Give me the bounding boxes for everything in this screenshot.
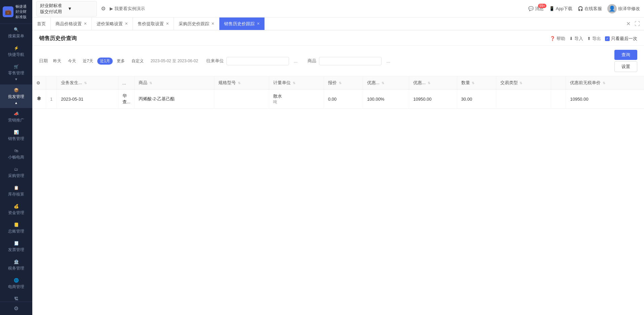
globe-icon: 🌐 (14, 278, 19, 283)
sort-icon: ⇅ (382, 81, 384, 85)
sidebar-item-wholesale[interactable]: 📦 批发管理 ▲ (0, 84, 32, 108)
col-bizdate-header[interactable]: 业务发生... ⇅ (57, 76, 118, 90)
export-icon: ⬆ (587, 36, 591, 41)
source-dots-button[interactable]: ... (292, 58, 300, 64)
message-button[interactable]: 💬 消息 99+ (528, 6, 544, 12)
source-input[interactable] (226, 57, 289, 65)
user-menu[interactable]: 👤 徐泽华修改 (607, 4, 640, 13)
tab-purchase-strategy-label: 进价策略设置 (97, 21, 123, 27)
tab-purchase-history[interactable]: 采购历史价跟踪 ✕ (174, 18, 219, 30)
row-spec-cell (214, 90, 269, 109)
chart-icon: 📊 (14, 130, 19, 135)
close-icon[interactable]: ✕ (84, 22, 87, 26)
sidebar-item-marketing[interactable]: 📣 营销推广 (0, 108, 32, 127)
col-price-header[interactable]: 报价 ⇅ (324, 76, 363, 90)
col-goods-header[interactable]: 商品 ⇅ (135, 76, 214, 90)
date-option-last7[interactable]: 近7天 (80, 58, 96, 65)
col-settings-header[interactable]: ⚙ (32, 76, 46, 90)
workspace-selector[interactable]: 好业财标准版交付试用 ▼ (36, 1, 97, 16)
sidebar-item-ecommsmall[interactable]: 🛍 小畅电商 (0, 145, 32, 164)
col-tradetype-header[interactable]: 交易类型 ⇅ (496, 76, 551, 90)
online-service-button[interactable]: 🎧 在线客服 (578, 6, 602, 12)
data-table: ⚙ 业务发生... ⇅ ... 商品 ⇅ (32, 76, 644, 109)
col-unit-header[interactable]: 计量单位 ⇅ (269, 76, 324, 90)
goods-input[interactable] (319, 57, 382, 65)
row-tradetype-cell (496, 90, 551, 109)
date-option-today[interactable]: 今天 (65, 58, 79, 65)
tab-home[interactable]: 首页 (32, 18, 51, 30)
tabbar: 首页 商品价格设置 ✕ 进价策略设置 ✕ 售价提取设置 ✕ 采购历史价跟踪 ✕ … (32, 18, 644, 30)
source-filter-group: 往来单位 ... (206, 57, 300, 65)
sidebar-item-finance[interactable]: 💰 资金管理 (0, 201, 32, 219)
box-icon: 📦 (14, 88, 19, 93)
last-only-checkbox[interactable]: ✓ 只看最后一次 (605, 36, 637, 42)
close-all-tabs-button[interactable]: ✕ (625, 20, 632, 28)
close-icon[interactable]: ✕ (211, 22, 214, 26)
sidebar-item-assets[interactable]: 🏗 固定资产 (0, 293, 32, 302)
close-icon[interactable]: ✕ (125, 22, 128, 26)
import-button[interactable]: ⬇ 导入 (569, 36, 583, 42)
sidebar-item-tax[interactable]: 🏦 税务管理 (0, 256, 32, 275)
date-range-display: 2023-05-02 至 2023-06-02 (150, 58, 198, 64)
filter-bar: 日期 昨天 今天 近7天 近1月 更多 自定义 2023-05-02 至 202… (32, 46, 644, 76)
date-option-yesterday[interactable]: 昨天 (50, 58, 64, 65)
sidebar-item-inventory[interactable]: 📋 库存核算 (0, 182, 32, 201)
col-discount-pct-header[interactable]: 优惠... ⇅ (363, 76, 409, 90)
sidebar-item-quicknav[interactable]: ⚡ 快捷导航 (0, 42, 32, 61)
message-icon: 💬 (528, 6, 534, 11)
chevron-down-icon: ▼ (14, 77, 18, 81)
table-row: 1 2023-05-31 华查... 丙烯酸-2-乙基己酯 散水 吨 0.00 … (32, 90, 644, 109)
date-option-custom[interactable]: 自定义 (129, 58, 146, 65)
sidebar-item-purchase[interactable]: 🗂 采购管理 (0, 164, 32, 182)
gear-icon: ⚙ (36, 80, 40, 85)
tab-price-label: 商品价格设置 (56, 21, 82, 27)
tab-purchase-strategy[interactable]: 进价策略设置 ✕ (92, 18, 133, 30)
sidebar-item-ecomm[interactable]: 🌐 电商管理 (0, 275, 32, 293)
query-button[interactable]: 查询 (614, 50, 637, 60)
sort-icon: ⇅ (238, 81, 241, 85)
goods-filter-group: 商品 ... (308, 57, 392, 65)
receipt-icon: 🧾 (14, 241, 19, 246)
row-seq-cell: 1 (46, 90, 57, 109)
bank-icon: 🏦 (14, 259, 19, 264)
sidebar-item-sales[interactable]: 📊 销售管理 (0, 127, 32, 145)
sort-icon: ⇅ (149, 81, 152, 85)
folder-icon: 🗂 (14, 167, 18, 172)
date-option-last1m[interactable]: 近1月 (97, 58, 113, 65)
filter-settings-button[interactable]: 设置 (614, 61, 637, 72)
col-pretax-header[interactable]: 优惠前无税单价 ⇅ (566, 76, 644, 90)
sort-icon: ⇅ (603, 81, 605, 85)
sidebar-item-search[interactable]: 🔍 搜索菜单 (0, 24, 32, 42)
close-icon[interactable]: ✕ (257, 22, 260, 26)
col-discount-amt-header[interactable]: 优惠... ⇅ (409, 76, 457, 90)
expand-tabs-button[interactable]: ⛶ (633, 20, 641, 28)
settings-row-icon (36, 96, 42, 101)
row-more-cell: 华查... (118, 90, 135, 109)
sort-icon: ⇅ (293, 81, 295, 85)
cart-icon: 🛒 (14, 64, 19, 69)
tab-sales-history[interactable]: 销售历史价跟踪 ✕ (219, 18, 265, 30)
sidebar-item-invoice[interactable]: 🧾 发票管理 (0, 238, 32, 256)
col-qty-header[interactable]: 数量 ⇅ (457, 76, 496, 90)
help-button[interactable]: ❓ 帮助 (550, 36, 565, 42)
sidebar-item-accounting[interactable]: 📒 总账管理 (0, 219, 32, 238)
row-settings-cell[interactable] (32, 90, 46, 109)
close-icon[interactable]: ✕ (166, 22, 169, 26)
settings-icon[interactable]: ⚙ (14, 306, 19, 311)
col-spec-header[interactable]: 规格型号 ⇅ (214, 76, 269, 90)
date-filter-label: 日期 (39, 58, 48, 64)
topbar-settings-icon[interactable]: ⚙ (101, 5, 106, 12)
date-option-more[interactable]: 更多 (114, 58, 128, 65)
demo-link[interactable]: ▶ 我要看实例演示 (110, 6, 145, 12)
sidebar-item-retail[interactable]: 🛒 零售管理 ▼ (0, 61, 32, 84)
row-spacer-cell (551, 90, 566, 109)
col-more-header[interactable]: ... (118, 76, 135, 90)
goods-dots-button[interactable]: ... (384, 58, 392, 64)
tab-price[interactable]: 商品价格设置 ✕ (51, 18, 92, 30)
app-download-button[interactable]: 📱 App下载 (549, 6, 572, 12)
tab-sale-price[interactable]: 售价提取设置 ✕ (133, 18, 174, 30)
sort-icon: ⇅ (472, 81, 474, 85)
export-button[interactable]: ⬆ 导出 (587, 36, 601, 42)
goods-label: 商品 (308, 58, 316, 64)
tab-end-controls: ✕ ⛶ (622, 18, 644, 30)
